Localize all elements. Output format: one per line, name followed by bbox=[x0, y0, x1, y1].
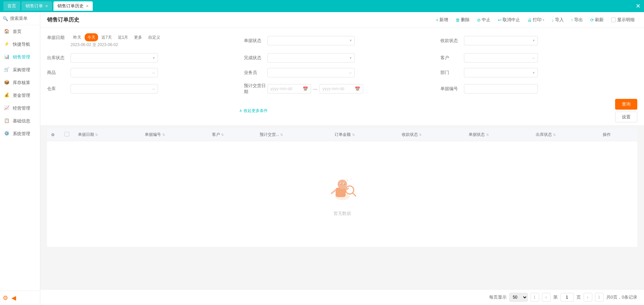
tab-sales-order-close[interactable]: ✕ bbox=[45, 4, 48, 8]
sidebar-item-purchase[interactable]: 🛒 采购管理 bbox=[0, 64, 40, 76]
tab-sales-order-history-label: 销售订单历史 bbox=[57, 3, 84, 9]
per-page-select[interactable]: 50 10 20 100 bbox=[509, 293, 528, 302]
sidebar-item-quick-nav[interactable]: ⚡ 快捷导航 bbox=[0, 38, 40, 51]
sidebar-item-basic[interactable]: 📋 基础信息 bbox=[0, 115, 40, 127]
salesperson-input[interactable]: ··· bbox=[267, 68, 355, 77]
delivery-end-date[interactable]: yyyy-mm-dd 📅 bbox=[319, 84, 363, 93]
tab-home[interactable]: 首页 bbox=[3, 1, 20, 11]
home-icon: 🏠 bbox=[4, 29, 10, 35]
doc-number-input[interactable] bbox=[464, 84, 538, 93]
prev-page-btn[interactable]: ‹ bbox=[542, 293, 551, 302]
complete-status-arrow-icon: ▾ bbox=[350, 56, 352, 60]
empty-state: ? ? 暂无数据 bbox=[51, 145, 633, 243]
customer-input[interactable]: ··· bbox=[464, 53, 538, 63]
th-setting[interactable]: ⚙ bbox=[47, 128, 60, 141]
out-status-sort-icon[interactable]: ⇅ bbox=[553, 133, 556, 137]
tab-sales-order-history-close[interactable]: ✕ bbox=[86, 4, 89, 8]
btn-export[interactable]: ↑ 导出 bbox=[568, 15, 586, 24]
filter-row-1: 单据日期 昨天 今天 近7天 近1月 更多 自定义 2023-06-02 至 2… bbox=[47, 32, 637, 49]
sidebar-collapse-icon[interactable]: ◀ bbox=[11, 294, 16, 302]
window-close-icon[interactable]: ✕ bbox=[636, 2, 641, 10]
filter-out-status: 出库状态 ▾ bbox=[47, 52, 244, 64]
page-header: 销售订单历史 + 新增 🗑 删除 ⊘ 中止 bbox=[40, 12, 644, 28]
date-btn-7days[interactable]: 近7天 bbox=[99, 33, 115, 41]
department-select[interactable]: ▾ bbox=[464, 68, 538, 77]
warehouse-input[interactable]: ··· bbox=[71, 84, 158, 93]
last-page-btn[interactable]: ⟩ bbox=[595, 293, 604, 302]
date-btn-1month[interactable]: 近1月 bbox=[115, 33, 131, 41]
complete-status-select[interactable]: ▾ bbox=[267, 53, 355, 63]
svg-point-5 bbox=[341, 184, 341, 184]
complete-status-label: 完成状态 bbox=[244, 55, 267, 61]
print-arrow-icon: ▾ bbox=[543, 18, 544, 22]
delivery-start-date[interactable]: yyyy-mm-dd 📅 bbox=[267, 84, 311, 93]
setting-gear-icon[interactable]: ⚙ bbox=[51, 132, 55, 137]
table-container: ⚙ 单据日期 ⇅ 单据编号 ⇅ bbox=[40, 128, 644, 289]
next-page-btn[interactable]: › bbox=[584, 293, 592, 302]
th-check[interactable] bbox=[60, 128, 74, 141]
filter-bottom-row: ∧ 收起更多条件 查询 设置 bbox=[47, 99, 637, 125]
collapse-btn[interactable]: ∧ 收起更多条件 bbox=[239, 108, 268, 114]
btn-new[interactable]: + 新增 bbox=[433, 15, 451, 24]
delivery-sort-icon[interactable]: ⇅ bbox=[280, 133, 283, 137]
out-status-select[interactable]: ▾ bbox=[71, 53, 158, 63]
sidebar-search[interactable]: 🔍 搜索菜单 bbox=[0, 12, 40, 25]
th-number-label: 单据编号 bbox=[145, 132, 161, 137]
btn-new-label: 新增 bbox=[439, 17, 448, 23]
doc-status-select[interactable]: ▾ bbox=[267, 36, 355, 45]
btn-import[interactable]: ↓ 导入 bbox=[549, 15, 566, 24]
finance-icon: 💰 bbox=[4, 92, 10, 99]
btn-print-label: 打印 bbox=[533, 17, 542, 23]
btn-stop[interactable]: ⊘ 中止 bbox=[474, 15, 493, 24]
current-page-input[interactable] bbox=[560, 293, 574, 302]
btn-print[interactable]: 🖨 打印 ▾ bbox=[525, 15, 547, 24]
delivery-calendar-start-icon[interactable]: 📅 bbox=[303, 86, 308, 91]
btn-cancel-stop[interactable]: ↩ 取消中止 bbox=[495, 15, 523, 24]
date-btn-custom[interactable]: 自定义 bbox=[145, 33, 163, 41]
inventory-icon: 📦 bbox=[4, 80, 10, 86]
stop-icon: ⊘ bbox=[477, 17, 481, 23]
payment-sort-icon[interactable]: ⇅ bbox=[419, 133, 422, 137]
amount-sort-icon[interactable]: ⇅ bbox=[352, 133, 355, 137]
sidebar-item-system[interactable]: ⚙️ 系统管理 bbox=[0, 127, 40, 140]
sidebar-item-finance[interactable]: 💰 资金管理 bbox=[0, 89, 40, 102]
setting-button[interactable]: 设置 bbox=[615, 112, 637, 122]
sidebar-search-label: 搜索菜单 bbox=[10, 15, 28, 22]
sidebar-item-operations[interactable]: 📈 经营管理 bbox=[0, 102, 40, 115]
delivery-date-range: yyyy-mm-dd 📅 — yyyy-mm-dd 📅 bbox=[267, 84, 363, 93]
date-label: 单据日期 bbox=[47, 33, 71, 41]
btn-refresh[interactable]: ⟳ 刷新 bbox=[588, 15, 606, 24]
sidebar-item-sales[interactable]: 📊 销售管理 bbox=[0, 51, 40, 64]
customer-sort-icon[interactable]: ⇅ bbox=[221, 133, 224, 137]
product-input[interactable]: ··· bbox=[71, 68, 158, 77]
sidebar-item-operations-label: 经营管理 bbox=[13, 105, 30, 111]
filter-customer: 客户 ··· bbox=[440, 52, 637, 64]
btn-delete[interactable]: 🗑 删除 bbox=[453, 15, 472, 24]
date-sort-icon[interactable]: ⇅ bbox=[95, 133, 98, 137]
import-icon: ↓ bbox=[552, 17, 554, 23]
payment-status-label: 收款状态 bbox=[440, 38, 464, 44]
customer-label: 客户 bbox=[440, 55, 464, 61]
delivery-calendar-end-icon[interactable]: 📅 bbox=[355, 86, 360, 91]
header-checkbox[interactable] bbox=[65, 132, 69, 137]
date-btn-yesterday[interactable]: 昨天 bbox=[71, 33, 84, 41]
sidebar-settings-icon[interactable]: ⚙ bbox=[3, 294, 8, 302]
svg-line-11 bbox=[332, 190, 336, 193]
btn-stop-label: 中止 bbox=[482, 17, 490, 23]
svg-text:?: ? bbox=[346, 179, 348, 182]
th-date-label: 单据日期 bbox=[78, 132, 94, 137]
payment-status-select[interactable]: ▾ bbox=[464, 36, 538, 45]
doc-status-sort-icon[interactable]: ⇅ bbox=[486, 133, 489, 137]
show-detail-checkbox[interactable]: 显示明细 bbox=[608, 15, 637, 24]
tab-sales-order[interactable]: 销售订单 ✕ bbox=[22, 1, 52, 11]
first-page-icon: ⟨ bbox=[534, 295, 535, 300]
query-button[interactable]: 查询 bbox=[615, 99, 637, 110]
date-btn-more[interactable]: 更多 bbox=[131, 33, 145, 41]
date-btn-today[interactable]: 今天 bbox=[85, 33, 98, 41]
number-sort-icon[interactable]: ⇅ bbox=[162, 133, 165, 137]
first-page-btn[interactable]: ⟨ bbox=[530, 293, 539, 302]
sidebar-item-inventory[interactable]: 📦 库存核算 bbox=[0, 76, 40, 89]
doc-status-label: 单据状态 bbox=[244, 38, 267, 44]
sidebar-item-home[interactable]: 🏠 首页 bbox=[0, 25, 40, 38]
tab-sales-order-history[interactable]: 销售订单历史 ✕ bbox=[53, 1, 93, 11]
